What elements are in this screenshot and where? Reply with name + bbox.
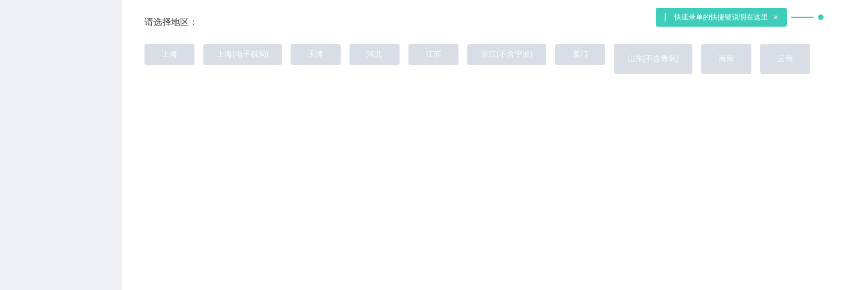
tooltip-line bbox=[791, 17, 814, 18]
tooltip-text: 快速录单的快捷键说明在这里 bbox=[674, 12, 768, 22]
region-button[interactable]: 山东(不含青岛) bbox=[614, 44, 692, 74]
region-button[interactable]: 上海(电子税局) bbox=[203, 44, 282, 65]
tooltip-dot bbox=[818, 14, 824, 20]
region-row-1: 上海上海(电子税局)天津河北江苏浙江(不含宁波)厦门 bbox=[144, 44, 605, 65]
region-buttons: 上海上海(电子税局)天津河北江苏浙江(不含宁波)厦门 山东(不含青岛)海南云南 bbox=[144, 44, 846, 74]
tooltip-close-button[interactable]: × bbox=[774, 13, 778, 21]
region-button[interactable]: 河北 bbox=[350, 44, 400, 65]
region-button[interactable]: 江苏 bbox=[408, 44, 458, 65]
tooltip-container: 快速录单的快捷键说明在这里 × bbox=[656, 8, 824, 27]
region-button[interactable]: 天津 bbox=[291, 44, 341, 65]
region-button[interactable]: 上海 bbox=[144, 44, 194, 65]
main-content: 请选择地区： 上海上海(电子税局)天津河北江苏浙江(不含宁波)厦门 山东(不含青… bbox=[122, 0, 868, 290]
region-button[interactable]: 浙江(不含宁波) bbox=[467, 44, 546, 65]
region-button[interactable]: 海南 bbox=[701, 44, 751, 74]
region-button[interactable]: 厦门 bbox=[555, 44, 605, 65]
region-button[interactable]: 云南 bbox=[760, 44, 810, 74]
sidebar bbox=[0, 0, 122, 290]
tooltip-bubble: 快速录单的快捷键说明在这里 × bbox=[656, 8, 787, 27]
region-row-2: 山东(不含青岛)海南云南 bbox=[614, 44, 810, 74]
